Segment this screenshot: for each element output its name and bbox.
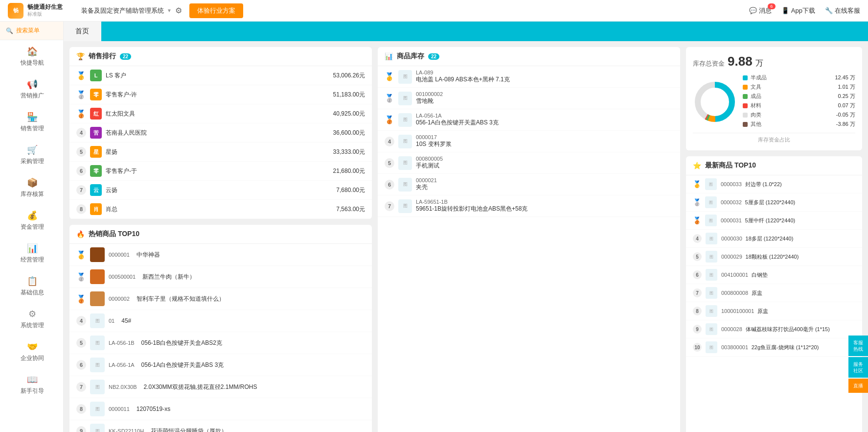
sidebar-label-marketing: 营销推广 (21, 92, 44, 100)
product-code: 000800008 (721, 290, 750, 296)
sidebar-item-enterprise[interactable]: 🤝企业协同 (0, 336, 63, 368)
sales-amount: 33,333.00元 (333, 148, 365, 156)
rank-number: 7 (76, 185, 86, 195)
legend-value: -0.05 万 (836, 111, 855, 119)
product-image: 图 (705, 215, 717, 226)
list-item: 5 图 0000029 18颗粒板 (1220*2440) (686, 248, 862, 266)
product-info: 001000002 雪地靴 (416, 91, 443, 105)
product-code: 0000030 (721, 236, 744, 241)
rank-number: 4 (693, 234, 702, 243)
sidebar-label-enterprise: 企业协同 (21, 354, 44, 362)
product-code: 000500001 (109, 274, 136, 280)
list-item: 🥈 000500001 新西兰牛肉（新牛） (69, 266, 372, 288)
medal-icon: 🥉 (693, 216, 701, 224)
search-label: 搜索菜单 (16, 26, 40, 35)
app-download-item[interactable]: 📱 App下载 (781, 6, 815, 15)
list-item: 🥉 图 LA-056-1A 056-1A白色按键开关盖ABS 3克 (378, 109, 680, 131)
product-code: 0000021 (416, 177, 437, 183)
rank-number: 7 (693, 288, 702, 297)
customer-name: 零售客户-许 (106, 91, 329, 99)
product-info: 004100001 白钢垫 (721, 271, 768, 279)
sidebar-item-quick-nav[interactable]: 🏠快捷导航 (0, 40, 63, 73)
sidebar-icon-sales: 🏪 (27, 112, 38, 122)
mid-column: 📊 商品库存 22 🥇 图 LA-089 电池盖 LA-089 ABS本色+黑种… (378, 47, 680, 432)
sidebar-icon-purchase: 🛒 (27, 144, 38, 155)
product-image: 图 (706, 233, 717, 244)
product-code: 10000100001 (721, 308, 755, 314)
tab-home[interactable]: 首页 (64, 22, 101, 41)
float-btn-live[interactable]: 直播 (848, 379, 868, 393)
product-name: 原盅 (752, 290, 762, 296)
list-item: 4 图 01 45# (69, 310, 372, 332)
product-image: 图 (90, 424, 105, 432)
messages-item[interactable]: 💬 消息 6 (749, 6, 772, 15)
sales-ranking-badge: 22 (120, 53, 131, 60)
sidebar-item-operations[interactable]: 📊经营管理 (0, 237, 63, 270)
product-code: 0000002 (109, 296, 130, 302)
product-code: NB2.0X30B (109, 384, 137, 390)
hot-products-list: 🥇 0000001 中华神器 🥈 000500001 新西兰牛肉（新牛） 🥉 0… (69, 244, 372, 432)
logo-area: 畅 畅捷通好生意 标准版 (8, 3, 71, 19)
rank-number: 4 (76, 128, 86, 138)
rank-number: 4 (385, 137, 394, 146)
legend-value: 0.25 万 (838, 93, 855, 100)
rank-number: 5 (693, 252, 702, 261)
float-btn-community[interactable]: 服务社区 (848, 357, 868, 378)
rank-number: 5 (385, 158, 394, 168)
table-row: 🥈 零 零售客户-许 51,183.00元 (69, 85, 372, 104)
trial-button[interactable]: 体验行业方案 (189, 3, 243, 18)
product-name: 雪地靴 (416, 97, 443, 105)
sidebar-item-guide[interactable]: 📖新手引导 (0, 368, 63, 401)
new-products-list: 🥇 图 0000033 封边带 (1.0*22) 🥈 图 0000032 5厘多… (686, 175, 862, 357)
product-info: 0000028 体碱荔枝味苏打饮品400毫升 (1*15) (721, 325, 830, 333)
product-image: 图 (90, 358, 105, 372)
sidebar-item-system[interactable]: ⚙系统管理 (0, 303, 63, 336)
legend-value: 1.01 万 (838, 83, 855, 91)
inventory-total-value: 9.88 (728, 54, 753, 69)
customer-service-item[interactable]: 🔧 在线客服 (825, 6, 860, 15)
sidebar-items: 🏠快捷导航📢营销推广🏪销售管理🛒采购管理📦库存核算💰资金管理📊经营管理📋基础信息… (0, 40, 63, 401)
system-selector[interactable]: 装备及固定资产辅助管理系统 ▼ (81, 6, 172, 15)
list-item: 7 图 NB2.0X30B 2.0X30MM双搓花轴,搓花直径2.1MM/ROH… (69, 376, 372, 398)
new-products-title: 最新商品 TOP10 (705, 161, 756, 170)
list-item: 5 图 LA-056-1B 056-1B白色按键开关盒ABS2克 (69, 332, 372, 354)
sidebar-icon-enterprise: 🤝 (27, 341, 38, 352)
avatar: 红 (90, 108, 102, 120)
legend-dot (743, 75, 748, 80)
page-content: 🏆 销售排行 22 🥇 L LS 客户 53,006.26元 🥈 零 零售客户-… (64, 41, 868, 432)
sidebar-label-base-info: 基础信息 (21, 288, 44, 297)
sidebar: 🔍 搜索菜单 🏠快捷导航📢营销推广🏪销售管理🛒采购管理📦库存核算💰资金管理📊经营… (0, 22, 64, 432)
sales-ranking-title: 销售排行 (89, 52, 116, 61)
product-code: 001000002 (416, 91, 443, 97)
sidebar-label-quick-nav: 快捷导航 (21, 59, 44, 67)
sidebar-item-sales[interactable]: 🏪销售管理 (0, 106, 63, 139)
sidebar-search[interactable]: 🔍 搜索菜单 (0, 22, 63, 40)
float-btn-service[interactable]: 客服热线 (848, 336, 868, 356)
sidebar-item-marketing[interactable]: 📢营销推广 (0, 73, 63, 106)
medal-icon: 🥈 (693, 198, 701, 206)
chart-icon: 📊 (385, 52, 393, 60)
product-image: 图 (705, 196, 717, 208)
inventory-rank-list: 🥇 图 LA-089 电池盖 LA-089 ABS本色+黑种 7.1克 🥈 图 … (378, 66, 680, 217)
product-image (90, 269, 105, 284)
hot-products-title: 热销商品 TOP10 (89, 230, 139, 239)
product-code: 000800005 (416, 156, 443, 162)
product-info: 0000017 10S 变料罗浆 (416, 134, 452, 148)
sidebar-item-inventory[interactable]: 📦库存核算 (0, 171, 63, 204)
sidebar-item-finance[interactable]: 💰资金管理 (0, 204, 63, 237)
sales-amount: 7,680.00元 (336, 186, 365, 194)
inventory-total-label: 库存总资金 (693, 59, 725, 68)
sidebar-item-base-info[interactable]: 📋基础信息 (0, 270, 63, 303)
product-image: 图 (90, 313, 105, 328)
sales-amount: 36,600.00元 (333, 129, 365, 137)
avatar: 苦 (90, 127, 102, 139)
rank-number: 7 (76, 382, 86, 392)
settings-button[interactable]: ⚙ (172, 4, 185, 18)
product-code: 0000033 (721, 181, 743, 187)
inventory-legend: 半成品 12.45 万 文具 1.01 万 成品 0.25 万 材料 0.07 … (743, 74, 855, 130)
list-item: 🥈 图 001000002 雪地靴 (378, 88, 680, 109)
product-name: 电池盖 LA-089 ABS本色+黑种 7.1克 (416, 75, 510, 84)
rank-number: 10 (693, 343, 702, 352)
fire-icon: 🔥 (76, 230, 85, 238)
sidebar-item-purchase[interactable]: 🛒采购管理 (0, 139, 63, 171)
